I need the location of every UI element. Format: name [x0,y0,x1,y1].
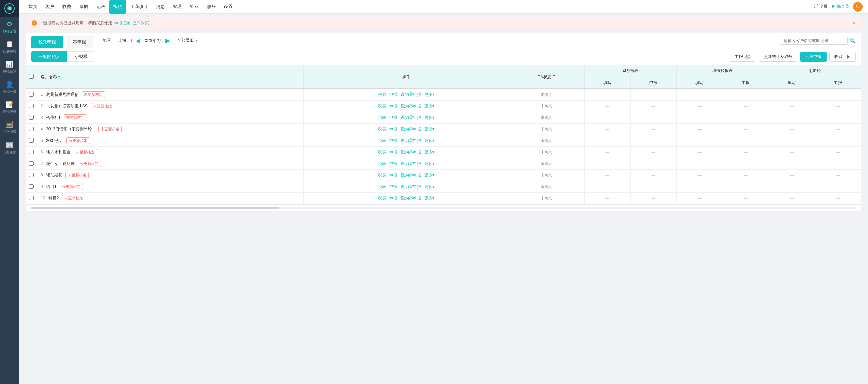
nav-home[interactable]: 首页 [24,0,41,14]
ca-status: 未填入 [541,92,552,97]
op-more[interactable]: 更多▾ [424,173,434,177]
upgrade-btn[interactable]: ▶ 畅会员 [832,4,849,9]
sidebar-item-batch-tax[interactable]: 📋 批量报税 [0,37,19,57]
nav-billing[interactable]: 收费 [58,0,75,14]
nav-client[interactable]: 客户 [41,0,58,14]
row-name-cell: 5 2007会计 未更新核定 [37,135,304,147]
op-more[interactable]: 更多▾ [424,138,434,143]
prev-month-btn[interactable]: ◀ [136,37,140,44]
op-declare[interactable]: 申报 [389,173,397,177]
op-declare[interactable]: 申报 [389,127,397,131]
op-tax-table[interactable]: 税表 [378,115,386,120]
op-set-zero[interactable]: 设为零申报 [401,196,421,200]
update-stats-btn[interactable]: 更新统计及取数 [759,52,797,62]
nav-ledger[interactable]: 记账 [92,0,109,14]
op-set-zero[interactable]: 设为零申报 [401,184,421,189]
nav-settings[interactable]: 设置 [220,0,237,14]
search-btn[interactable]: 🔍 [849,37,856,44]
op-more[interactable]: 更多▾ [424,161,434,166]
action-buttons: 申报记录 更新统计及取数 批量申报 收取回执 [730,52,856,62]
row-checkbox-6[interactable] [29,161,34,166]
next-month-btn[interactable]: ▶ [165,37,170,44]
nav-operation[interactable]: 经营 [186,0,203,14]
row-ops-cell: 税表 申报 设为零申报 更多▾ [304,193,509,204]
nav-service[interactable]: 服务 [203,0,220,14]
op-set-zero[interactable]: 设为零申报 [401,138,421,143]
op-tax-table[interactable]: 税表 [378,150,386,154]
op-more[interactable]: 更多▾ [424,127,434,131]
op-declare[interactable]: 申报 [389,104,397,108]
op-set-zero[interactable]: 设为零申报 [401,173,421,177]
op-declare[interactable]: 申报 [389,196,397,200]
row-checkbox-5[interactable] [29,150,34,154]
select-all-checkbox[interactable] [29,74,34,79]
row-name: 辅助期初 [46,173,62,177]
notice-link1[interactable]: 申报汇签 [114,20,131,26]
sidebar-item-personal-tax[interactable]: 👤 个税申报 [0,77,19,97]
tab-zero-declare[interactable]: 零申报 [66,36,93,48]
op-tax-table[interactable]: 税表 [378,138,386,143]
collect-return-btn[interactable]: 收取回执 [829,52,856,62]
op-more[interactable]: 更多▾ [424,92,434,97]
op-set-zero[interactable]: 设为零申报 [401,115,421,120]
sidebar-item-tax-overview[interactable]: 📊 报税总览 [0,57,19,77]
op-tax-table[interactable]: 税表 [378,196,386,200]
op-tax-table[interactable]: 税表 [378,173,386,177]
op-more[interactable]: 更多▾ [424,196,434,200]
notice-close-btn[interactable]: × [852,20,855,26]
op-set-zero[interactable]: 设为零申报 [401,161,421,166]
row-checkbox-8[interactable] [29,184,34,189]
search-input[interactable] [780,37,848,45]
op-declare[interactable]: 申报 [389,115,397,120]
op-set-zero[interactable]: 设为零申报 [401,150,421,154]
region-info-icon[interactable]: ℹ [131,38,132,43]
row-checkbox-4[interactable] [29,138,34,143]
op-tax-table[interactable]: 税表 [378,161,386,166]
row-checkbox-1[interactable] [29,104,34,108]
notice-link2[interactable]: 立即购买 [133,20,149,26]
app-logo[interactable] [0,0,19,17]
row-checkbox-3[interactable] [29,127,34,131]
fullscreen-btn[interactable]: ⛶ 全屏 [814,4,827,9]
op-declare[interactable]: 申报 [389,92,397,97]
nav-manage[interactable]: 管理 [169,0,186,14]
op-tax-table[interactable]: 税表 [378,127,386,131]
op-declare[interactable]: 申报 [389,138,397,143]
op-set-zero[interactable]: 设为零申报 [401,104,421,108]
nav-message[interactable]: 消息 [152,0,169,14]
sidebar-item-tax-settings[interactable]: ⚙ 报税设置 [0,17,19,37]
declare-record-btn[interactable]: 申报记录 [730,52,756,62]
scroll-track[interactable] [31,207,856,209]
dept-select[interactable]: 全部员工 ▾ [174,36,201,45]
op-declare[interactable]: 申报 [389,184,397,189]
row-checkbox-2[interactable] [29,115,34,120]
nav-business[interactable]: 工商项目 [126,0,152,14]
op-tax-table[interactable]: 税表 [378,92,386,97]
sort-icon[interactable]: ▾ [58,74,60,79]
op-set-zero[interactable]: 设为零申报 [401,92,421,97]
op-more[interactable]: 更多▾ [424,104,434,108]
row-tax-dec: — [723,193,769,204]
sub-tabs-row: 一般的税人 小规模 申报记录 更新统计及取数 批量申报 收取回执 [26,48,861,65]
op-declare[interactable]: 申报 [389,150,397,154]
sidebar-item-biz-annual[interactable]: 🏢 工商年报 [0,137,19,157]
op-more[interactable]: 更多▾ [424,184,434,189]
sidebar-item-tax-record[interactable]: 📝 报税记录 [0,98,19,118]
sub-tab-small[interactable]: 小规模 [67,51,95,62]
op-more[interactable]: 更多▾ [424,150,434,154]
sidebar-item-calc-clear[interactable]: 🧮 汇算清缴 [0,118,19,137]
nav-invoice[interactable]: 票据 [75,0,92,14]
sub-tab-general[interactable]: 一般的税人 [31,51,67,62]
batch-declare-btn[interactable]: 批量申报 [800,52,827,62]
row-checkbox-7[interactable] [29,173,34,177]
op-more[interactable]: 更多▾ [424,115,434,120]
op-tax-table[interactable]: 税表 [378,104,386,108]
row-checkbox-0[interactable] [29,92,34,97]
user-avatar[interactable]: U [853,2,863,12]
row-checkbox-9[interactable] [29,196,34,200]
op-set-zero[interactable]: 设为零申报 [401,127,421,131]
op-declare[interactable]: 申报 [389,161,397,166]
nav-tax[interactable]: 报税 [109,0,126,14]
tab-tax-declare[interactable]: 税款申报 [31,36,63,48]
op-tax-table[interactable]: 税表 [378,184,386,189]
